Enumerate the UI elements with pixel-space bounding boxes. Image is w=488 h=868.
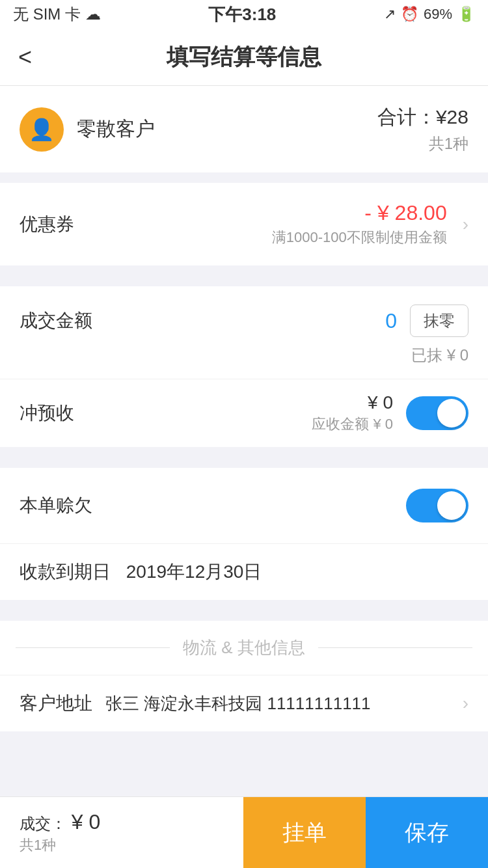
location-icon: ↗ — [384, 6, 396, 23]
advance-toggle[interactable] — [406, 396, 468, 430]
bottom-summary: 成交： ¥ 0 共1种 — [0, 810, 243, 855]
advance-right: ¥ 0 应收金额 ¥ 0 — [312, 392, 468, 434]
page-title: 填写结算等信息 — [167, 42, 321, 72]
bottom-summary-row: 成交： ¥ 0 — [20, 810, 224, 834]
deal-amount-value: 0 — [385, 309, 397, 333]
bottom-summary-title: 成交： — [20, 815, 66, 832]
round-zero-button[interactable]: 抹零 — [410, 305, 468, 337]
section-separator-2 — [0, 457, 488, 468]
alarm-icon: ⏰ — [401, 6, 418, 23]
due-date-row: 收款到期日 2019年12月30日 — [0, 543, 488, 600]
advance-row: 冲预收 ¥ 0 应收金额 ¥ 0 — [0, 379, 488, 447]
advance-value: ¥ 0 — [312, 392, 393, 413]
sim-status: 无 SIM 卡 ☁ — [13, 4, 101, 25]
bottom-summary-amount: ¥ 0 — [72, 810, 100, 834]
status-bar: 无 SIM 卡 ☁ 下午3:18 ↗ ⏰ 69% 🔋 — [0, 0, 488, 29]
status-right: ↗ ⏰ 69% 🔋 — [384, 6, 475, 23]
due-date-label: 收款到期日 — [20, 562, 111, 582]
customer-name: 零散客户 — [77, 116, 155, 142]
deal-amount-section: 成交金额 0 抹零 已抹 ¥ 0 冲预收 ¥ 0 应收金额 ¥ 0 — [0, 286, 488, 447]
advance-amounts: ¥ 0 应收金额 ¥ 0 — [312, 392, 393, 434]
deal-amount-row: 成交金额 0 抹零 — [0, 286, 488, 345]
deal-amount-right: 0 抹零 — [385, 305, 468, 337]
section-separator-1 — [0, 276, 488, 286]
coupon-label: 优惠券 — [20, 212, 74, 237]
total-count: 共1种 — [377, 133, 468, 154]
main-content: 👤 零散客户 合计：¥28 共1种 优惠券 - ¥ 28.00 满1000-10… — [0, 86, 488, 868]
deal-amount-label: 成交金额 — [20, 308, 92, 333]
status-time: 下午3:18 — [208, 3, 276, 26]
section-separator-3 — [0, 610, 488, 621]
address-chevron-icon: › — [463, 693, 468, 714]
logistics-header-text: 物流 & 其他信息 — [170, 636, 318, 659]
hang-order-button[interactable]: 挂单 — [243, 797, 366, 869]
customer-section: 👤 零散客户 合计：¥28 共1种 — [0, 86, 488, 172]
chevron-right-icon: › — [463, 214, 468, 235]
back-button[interactable]: < — [18, 44, 32, 71]
bottom-bar: 成交： ¥ 0 共1种 挂单 保存 — [0, 796, 488, 868]
debt-label: 本单赊欠 — [20, 493, 92, 518]
debt-toggle[interactable] — [406, 489, 468, 522]
save-button[interactable]: 保存 — [366, 797, 488, 869]
advance-label: 冲预收 — [20, 401, 74, 426]
logistics-section: 物流 & 其他信息 客户地址 张三 海淀永丰科技园 11111111111 › — [0, 621, 488, 731]
address-row[interactable]: 客户地址 张三 海淀永丰科技园 11111111111 › — [0, 675, 488, 731]
address-label: 客户地址 — [20, 691, 92, 716]
status-left: 无 SIM 卡 ☁ — [13, 4, 101, 25]
coupon-amount: - ¥ 28.00 — [272, 201, 447, 225]
due-date-value: 2019年12月30日 — [126, 562, 262, 582]
avatar-icon: 👤 — [29, 117, 55, 142]
advance-sub: 应收金额 ¥ 0 — [312, 414, 393, 434]
bottom-summary-count: 共1种 — [20, 835, 224, 855]
debt-section: 本单赊欠 收款到期日 2019年12月30日 — [0, 468, 488, 600]
nav-bar: < 填写结算等信息 — [0, 29, 488, 86]
coupon-section: 优惠券 - ¥ 28.00 满1000-100不限制使用金额 › — [0, 183, 488, 265]
address-value: 张三 海淀永丰科技园 11111111111 — [105, 692, 444, 715]
battery-icon: 🔋 — [457, 6, 475, 23]
customer-avatar: 👤 — [20, 107, 64, 152]
battery-level: 69% — [424, 6, 452, 23]
deal-amount-sub: 已抹 ¥ 0 — [0, 345, 488, 379]
debt-row: 本单赊欠 — [0, 468, 488, 543]
coupon-right: - ¥ 28.00 满1000-100不限制使用金额 › — [272, 201, 468, 247]
customer-right: 合计：¥28 共1种 — [377, 104, 468, 154]
coupon-row[interactable]: 优惠券 - ¥ 28.00 满1000-100不限制使用金额 › — [0, 183, 488, 265]
logistics-header: 物流 & 其他信息 — [0, 621, 488, 675]
coupon-info: - ¥ 28.00 满1000-100不限制使用金额 — [272, 201, 447, 247]
coupon-desc: 满1000-100不限制使用金额 — [272, 228, 447, 247]
customer-left: 👤 零散客户 — [20, 107, 155, 152]
total-amount: 合计：¥28 — [377, 104, 468, 131]
